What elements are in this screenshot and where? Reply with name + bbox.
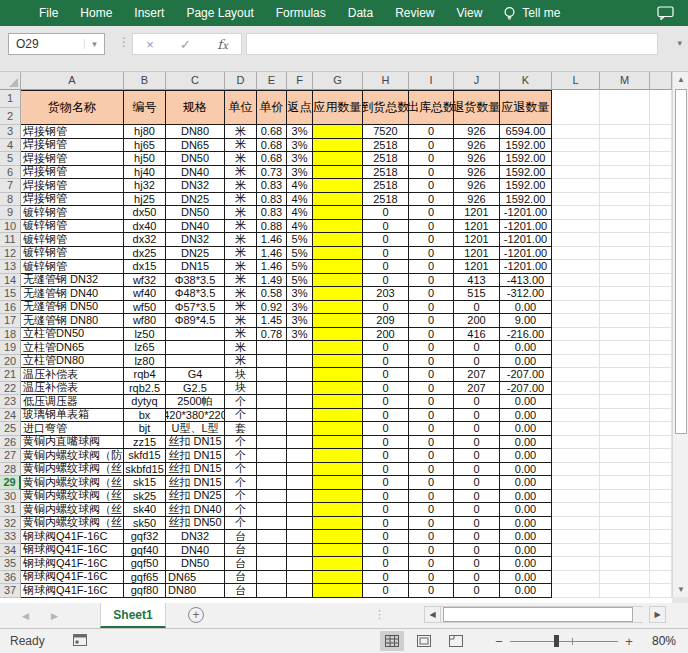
cell-C11[interactable]: DN32 — [166, 233, 225, 247]
cell-F29[interactable] — [287, 476, 313, 490]
row-header-4[interactable]: 4 — [0, 139, 21, 153]
column-header-I[interactable]: I — [409, 72, 454, 90]
cell-J8[interactable]: 926 — [454, 193, 500, 207]
cell-D25[interactable]: 套 — [225, 422, 257, 436]
cell-F26[interactable] — [287, 436, 313, 450]
cell-I33[interactable]: 0 — [409, 530, 454, 544]
row-header-12[interactable]: 12 — [0, 247, 21, 261]
cell-G18[interactable] — [313, 328, 363, 342]
cell-K26[interactable]: 0.00 — [500, 436, 552, 450]
empty-cell[interactable] — [552, 476, 600, 490]
cell-J14[interactable]: 413 — [454, 274, 500, 288]
cell-I35[interactable]: 0 — [409, 557, 454, 571]
cell-A33[interactable]: 钢球阀Q41F-16C — [21, 530, 124, 544]
cell-A34[interactable]: 钢球阀Q41F-16C — [21, 544, 124, 558]
cell-K35[interactable]: 0.00 — [500, 557, 552, 571]
cell-D35[interactable]: 台 — [225, 557, 257, 571]
cell-G9[interactable] — [313, 206, 363, 220]
cell-K11[interactable]: -1201.00 — [500, 233, 552, 247]
cell-I32[interactable]: 0 — [409, 517, 454, 531]
cell-D17[interactable]: 米 — [225, 314, 257, 328]
cell-G15[interactable] — [313, 287, 363, 301]
cell-D5[interactable]: 米 — [225, 152, 257, 166]
empty-cell[interactable] — [600, 395, 650, 409]
cell-D20[interactable]: 米 — [225, 355, 257, 369]
column-header-C[interactable]: C — [166, 72, 225, 90]
cell-F5[interactable]: 3% — [287, 152, 313, 166]
cell-B11[interactable]: dx32 — [124, 233, 166, 247]
column-header-M[interactable]: M — [600, 72, 650, 90]
cell-J3[interactable]: 926 — [454, 125, 500, 139]
empty-cell[interactable] — [600, 274, 650, 288]
column-header-G[interactable]: G — [313, 72, 363, 90]
cell-K23[interactable]: 0.00 — [500, 395, 552, 409]
row-header-7[interactable]: 7 — [0, 179, 21, 193]
cell-J24[interactable]: 0 — [454, 409, 500, 423]
cell-A16[interactable]: 无缝管钢 DN50 — [21, 301, 124, 315]
cell-G20[interactable] — [313, 355, 363, 369]
cell-K15[interactable]: -312.00 — [500, 287, 552, 301]
cell-H4[interactable]: 2518 — [363, 139, 409, 153]
cell-I13[interactable]: 0 — [409, 260, 454, 274]
cell-C19[interactable] — [166, 341, 225, 355]
cell-K36[interactable]: 0.00 — [500, 571, 552, 585]
insert-function-icon[interactable]: fx — [217, 37, 227, 52]
cell-J13[interactable]: 1201 — [454, 260, 500, 274]
cell-H37[interactable]: 0 — [363, 584, 409, 598]
cell-K12[interactable]: -1201.00 — [500, 247, 552, 261]
empty-cell[interactable] — [650, 355, 672, 369]
cell-D27[interactable]: 个 — [225, 449, 257, 463]
row-header-30[interactable]: 30 — [0, 490, 21, 504]
cell-K8[interactable]: 1592.00 — [500, 193, 552, 207]
cell-G28[interactable] — [313, 463, 363, 477]
empty-cell[interactable] — [650, 206, 672, 220]
empty-cell[interactable] — [552, 517, 600, 531]
cell-C15[interactable]: Φ48*3.5 — [166, 287, 225, 301]
cell-E7[interactable]: 0.83 — [257, 179, 287, 193]
cell-A27[interactable]: 黄铜内螺纹球阀（防 — [21, 449, 124, 463]
cell-C20[interactable] — [166, 355, 225, 369]
cell-I4[interactable]: 0 — [409, 139, 454, 153]
cell-G5[interactable] — [313, 152, 363, 166]
cell-H29[interactable]: 0 — [363, 476, 409, 490]
empty-cell[interactable] — [650, 341, 672, 355]
empty-cell[interactable] — [552, 368, 600, 382]
empty-cell[interactable] — [600, 355, 650, 369]
empty-cell[interactable] — [650, 517, 672, 531]
cell-E8[interactable]: 0.83 — [257, 193, 287, 207]
empty-cell[interactable] — [650, 139, 672, 153]
empty-cell[interactable] — [600, 490, 650, 504]
cell-B10[interactable]: dx40 — [124, 220, 166, 234]
empty-cell[interactable] — [552, 90, 600, 125]
cell-J17[interactable]: 200 — [454, 314, 500, 328]
cell-I14[interactable]: 0 — [409, 274, 454, 288]
horizontal-scrollbar[interactable]: ◀ ▶ — [424, 606, 666, 623]
empty-cell[interactable] — [552, 571, 600, 585]
cell-A28[interactable]: 黄铜内螺纹球阀（丝 — [21, 463, 124, 477]
cell-E29[interactable] — [257, 476, 287, 490]
empty-cell[interactable] — [552, 490, 600, 504]
page-layout-view-icon[interactable] — [412, 631, 436, 651]
cell-K22[interactable]: -207.00 — [500, 382, 552, 396]
vertical-scrollbar[interactable]: ▲ ▼ — [672, 72, 688, 597]
cell-A26[interactable]: 黄铜内直嘴球阀 — [21, 436, 124, 450]
cell-G13[interactable] — [313, 260, 363, 274]
cell-E5[interactable]: 0.68 — [257, 152, 287, 166]
cell-B15[interactable]: wf40 — [124, 287, 166, 301]
cell-H25[interactable]: 0 — [363, 422, 409, 436]
cell-H21[interactable]: 0 — [363, 368, 409, 382]
cell-E33[interactable] — [257, 530, 287, 544]
empty-cell[interactable] — [552, 166, 600, 180]
select-all-corner[interactable] — [0, 72, 21, 90]
cell-G19[interactable] — [313, 341, 363, 355]
column-header-F[interactable]: F — [287, 72, 313, 90]
cell-G4[interactable] — [313, 139, 363, 153]
cell-E4[interactable]: 0.68 — [257, 139, 287, 153]
row-header-3[interactable]: 3 — [0, 125, 21, 139]
empty-cell[interactable] — [552, 584, 600, 598]
cell-I21[interactable]: 0 — [409, 368, 454, 382]
cell-B17[interactable]: wf80 — [124, 314, 166, 328]
cell-B25[interactable]: bjt — [124, 422, 166, 436]
cell-A15[interactable]: 无缝管钢 DN40 — [21, 287, 124, 301]
cell-H24[interactable]: 0 — [363, 409, 409, 423]
